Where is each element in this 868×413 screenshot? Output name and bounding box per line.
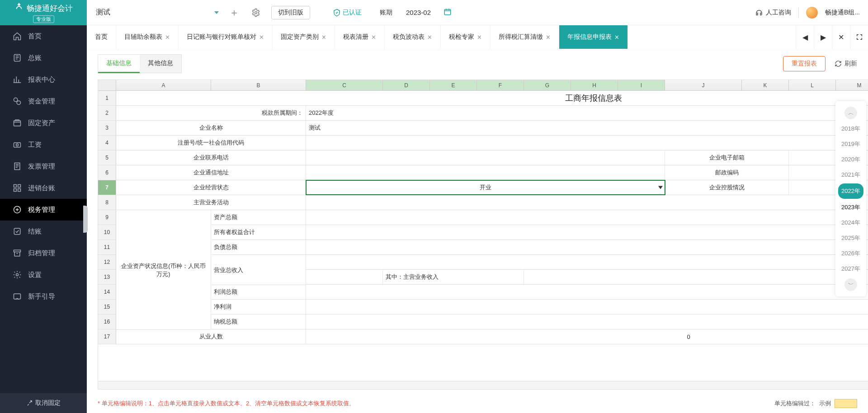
main-business-value[interactable] — [306, 195, 868, 210]
year-2025年[interactable]: 2025年 — [838, 230, 863, 246]
sidebar-handle[interactable] — [83, 206, 88, 233]
col-header-A[interactable]: A — [116, 80, 211, 90]
col-header-J[interactable]: J — [665, 80, 742, 90]
close-icon[interactable]: ✕ — [427, 34, 432, 41]
reset-button[interactable]: 重置报表 — [783, 56, 826, 71]
close-icon[interactable]: ✕ — [165, 34, 170, 41]
year-2024年[interactable]: 2024年 — [838, 215, 863, 230]
close-icon[interactable]: ✕ — [371, 34, 376, 41]
close-icon[interactable]: ✕ — [321, 34, 326, 41]
year-up[interactable]: ︿ — [844, 107, 857, 119]
tab-2[interactable]: 日记账与银行对账单核对✕ — [179, 25, 273, 49]
calendar-icon[interactable] — [443, 8, 452, 17]
col-header-H[interactable]: H — [571, 80, 618, 90]
tab-6[interactable]: 税检专家✕ — [441, 25, 491, 49]
row-header[interactable]: 9 — [98, 210, 116, 225]
col-header-L[interactable]: L — [789, 80, 836, 90]
tabs-close-all[interactable]: ✕ — [832, 25, 850, 49]
company-name-value[interactable]: 测试 — [306, 121, 868, 135]
row-header[interactable]: 17 — [98, 329, 116, 344]
col-header-M[interactable]: M — [836, 80, 868, 90]
row-header[interactable]: 10 — [98, 225, 116, 239]
sidebar-item-5[interactable]: 工资 — [0, 134, 87, 155]
tab-8[interactable]: 年报信息申报表✕ — [559, 25, 628, 49]
spreadsheet[interactable]: ABCDEFGHIJKLMNOPQ 1工商年报信息表2税款所属期间：2022年度… — [98, 80, 868, 390]
select-all-corner[interactable] — [98, 80, 116, 90]
close-icon[interactable]: ✕ — [546, 34, 551, 41]
sidebar-item-10[interactable]: 归档管理 — [0, 242, 87, 264]
col-header-F[interactable]: F — [477, 80, 524, 90]
row-header[interactable]: 8 — [98, 195, 116, 210]
asset-row-value[interactable] — [306, 225, 868, 239]
unpin-button[interactable]: 取消固定 — [0, 393, 87, 413]
close-icon[interactable]: ✕ — [477, 34, 482, 41]
row-header[interactable]: 2 — [98, 106, 116, 120]
sidebar-item-3[interactable]: 资金管理 — [0, 90, 87, 112]
asset-row-value[interactable] — [306, 314, 868, 329]
horizontal-scrollbar[interactable] — [98, 381, 868, 389]
sidebar-item-2[interactable]: 报表中心 — [0, 69, 87, 90]
row-header[interactable]: 12 — [98, 255, 116, 269]
row-header[interactable]: 7 — [98, 180, 116, 195]
sidebar-item-1[interactable]: 总账 — [0, 47, 87, 69]
sidebar-item-0[interactable]: 首页 — [0, 25, 87, 47]
gear-icon[interactable] — [250, 6, 262, 19]
grid-body[interactable]: 1工商年报信息表2税款所属期间：2022年度3企业名称测试4注册号/统一社会信用… — [98, 91, 868, 381]
row-header[interactable]: 16 — [98, 314, 116, 329]
row-header[interactable]: 13 — [98, 270, 116, 284]
asset-row-value[interactable] — [306, 300, 868, 314]
sidebar-item-11[interactable]: 设置 — [0, 264, 87, 286]
company-select[interactable]: 测试 — [96, 8, 219, 17]
col-header-I[interactable]: I — [618, 80, 665, 90]
avatar[interactable] — [806, 7, 818, 19]
status-value[interactable]: 开业 — [306, 180, 665, 195]
year-2022年[interactable]: 2022年 — [838, 183, 863, 199]
reg-number-value[interactable] — [306, 136, 868, 150]
employees-value[interactable]: 0 — [306, 329, 868, 344]
row-header[interactable]: 14 — [98, 285, 116, 299]
support-link[interactable]: 人工咨询 — [755, 9, 791, 17]
sidebar-item-4[interactable]: 固定资产 — [0, 112, 87, 134]
row-header[interactable]: 5 — [98, 150, 116, 165]
row-header[interactable]: 11 — [98, 240, 116, 254]
sidebar-item-7[interactable]: 进销台账 — [0, 177, 87, 199]
sidebar-item-9[interactable]: 结账 — [0, 221, 87, 242]
main-revenue-value[interactable] — [524, 270, 868, 284]
tab-5[interactable]: 税负波动表✕ — [385, 25, 441, 49]
tab-0[interactable]: 首页 — [87, 25, 116, 49]
asset-row-value[interactable] — [306, 285, 868, 299]
sidebar-item-6[interactable]: 发票管理 — [0, 155, 87, 177]
add-button[interactable]: ＋ — [228, 6, 241, 19]
period-value[interactable]: 2023-02 — [406, 9, 431, 16]
subtab-other[interactable]: 其他信息 — [140, 55, 181, 73]
username[interactable]: 畅捷通B组... — [825, 9, 860, 17]
tabs-fullscreen[interactable] — [850, 25, 868, 49]
year-2027年[interactable]: 2027年 — [838, 261, 863, 277]
sidebar-item-12[interactable]: 新手引导 — [0, 286, 87, 307]
tab-7[interactable]: 所得税汇算清缴✕ — [491, 25, 559, 49]
col-header-D[interactable]: D — [383, 80, 430, 90]
sidebar-item-8[interactable]: 税务管理 — [0, 199, 87, 221]
col-header-E[interactable]: E — [430, 80, 477, 90]
revenue-value[interactable] — [306, 255, 868, 269]
tab-3[interactable]: 固定资产类别✕ — [273, 25, 335, 49]
year-2026年[interactable]: 2026年 — [838, 246, 863, 261]
row-header[interactable]: 1 — [98, 91, 116, 105]
switch-old-button[interactable]: 切到旧版 — [271, 6, 310, 19]
year-down[interactable]: ﹀ — [844, 278, 857, 291]
refresh-button[interactable]: 刷新 — [835, 60, 857, 68]
asset-row-value[interactable] — [306, 210, 868, 225]
col-header-K[interactable]: K — [742, 80, 789, 90]
col-header-B[interactable]: B — [211, 80, 306, 90]
row-header[interactable]: 3 — [98, 121, 116, 135]
year-2019年[interactable]: 2019年 — [838, 136, 863, 152]
col-header-C[interactable]: C — [306, 80, 383, 90]
year-2021年[interactable]: 2021年 — [838, 167, 863, 183]
close-icon[interactable]: ✕ — [614, 34, 619, 41]
phone-value[interactable] — [306, 150, 665, 165]
row-header[interactable]: 15 — [98, 300, 116, 314]
address-value[interactable] — [306, 165, 665, 180]
year-2020年[interactable]: 2020年 — [838, 152, 863, 167]
dropdown-icon[interactable] — [658, 186, 663, 189]
tabs-scroll-left[interactable]: ◀ — [796, 25, 814, 49]
